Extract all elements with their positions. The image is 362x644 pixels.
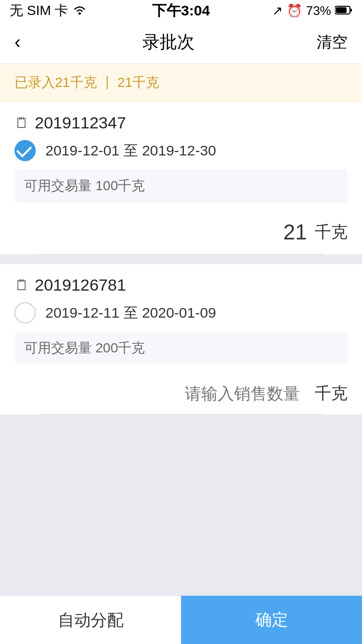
- battery-icon: [335, 3, 352, 18]
- section-separator: [0, 254, 362, 264]
- status-time: 下午3:04: [152, 1, 210, 21]
- batch-date-1: 2019-12-01 至 2019-12-30: [45, 141, 216, 161]
- batch-checkbox-2[interactable]: [14, 302, 36, 323]
- summary-divider: [107, 76, 108, 89]
- amount-unit-1: 千克: [315, 221, 348, 243]
- battery-label: 73%: [306, 3, 331, 18]
- batch-item-1: 🗒 2019112347 2019-12-01 至 2019-12-30 可用交…: [0, 102, 362, 254]
- batch-number-2: 2019126781: [35, 276, 126, 294]
- batch-header-2: 🗒 2019126781: [0, 264, 362, 302]
- location-icon: ↗: [272, 3, 283, 18]
- batch-date-row-1: 2019-12-01 至 2019-12-30: [0, 140, 362, 169]
- svg-point-0: [79, 13, 81, 15]
- amount-row-1: 21 千克: [0, 212, 362, 254]
- nav-bar: ‹ 录批次 清空: [0, 21, 362, 64]
- summary-bar: 已录入21千克 21千克: [0, 64, 362, 102]
- bottom-buttons: 自动分配 确定: [0, 596, 362, 644]
- status-bar: 无 SIM 卡 下午3:04 ↗ ⏰ 73%: [0, 0, 362, 21]
- wifi-icon: [73, 3, 86, 18]
- batch-checkbox-1[interactable]: [14, 140, 36, 161]
- amount-value-1: 21: [283, 220, 307, 244]
- batch-available-1: 可用交易量 100千克: [14, 169, 348, 203]
- batch-icon-1: 🗒: [14, 115, 29, 131]
- batch-date-2: 2019-12-11 至 2020-01-09: [45, 303, 216, 323]
- batch-header-1: 🗒 2019112347: [0, 102, 362, 140]
- recorded-label: 已录入21千克: [14, 73, 97, 92]
- batch-item-2: 🗒 2019126781 2019-12-11 至 2020-01-09 可用交…: [0, 264, 362, 415]
- input-unit-2: 千克: [315, 382, 348, 405]
- svg-rect-2: [350, 9, 352, 12]
- batch-date-row-2: 2019-12-11 至 2020-01-09: [0, 302, 362, 331]
- bottom-area: [0, 415, 362, 627]
- input-row-2: 千克: [0, 375, 362, 414]
- svg-rect-3: [336, 7, 347, 13]
- total-label: 21千克: [117, 73, 159, 92]
- page-title: 录批次: [142, 30, 195, 54]
- auto-distribute-button[interactable]: 自动分配: [0, 596, 181, 644]
- status-right: ↗ ⏰ 73%: [272, 3, 352, 18]
- batch-available-2: 可用交易量 200千克: [14, 331, 348, 365]
- alarm-icon: ⏰: [287, 3, 302, 18]
- batch-number-1: 2019112347: [35, 113, 126, 132]
- sales-quantity-input-2[interactable]: [14, 384, 307, 403]
- confirm-button[interactable]: 确定: [181, 596, 362, 644]
- batch-icon-2: 🗒: [14, 277, 29, 294]
- clear-button[interactable]: 清空: [317, 32, 348, 53]
- back-button[interactable]: ‹: [14, 32, 21, 53]
- status-carrier: 无 SIM 卡: [10, 1, 86, 20]
